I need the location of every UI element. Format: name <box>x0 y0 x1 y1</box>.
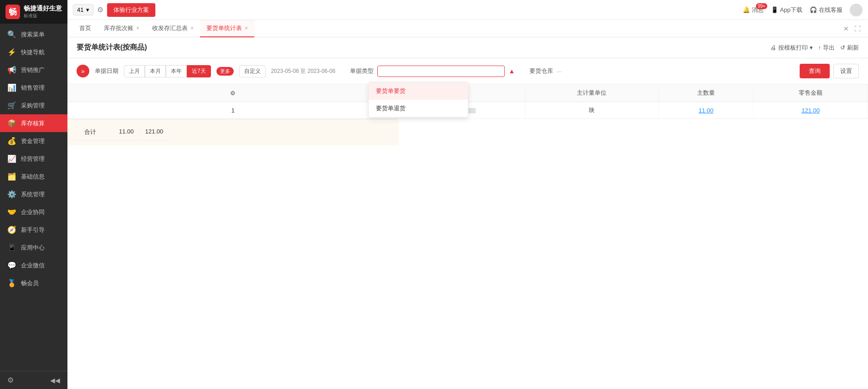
sidebar-item-guide[interactable]: 🧭新手引导 <box>0 221 67 239</box>
sidebar-item-app-center[interactable]: 📱应用中心 <box>0 239 67 256</box>
close-window-btn[interactable]: ✕ <box>842 24 851 33</box>
quick-nav-icon: ⚡ <box>7 48 16 56</box>
sidebar-item-label: 基础信息 <box>21 173 45 181</box>
row-no: 1 <box>67 102 399 119</box>
main-area: 41 ▾ ⚙ 体验行业方案 🔔 消息 99+ 📱 App下载 🎧 在线客服 <box>67 0 868 389</box>
more-period-btn[interactable]: 更多 <box>216 67 234 76</box>
period-btn-this-month[interactable]: 本月 <box>145 65 166 77</box>
sidebar-item-member[interactable]: 🏅畅会员 <box>0 274 67 292</box>
company-selector[interactable]: 41 ▾ <box>73 4 93 15</box>
sidebar-footer: ⚙ ◀◀ <box>0 371 67 389</box>
sidebar-nav-list: 🔍搜索菜单⚡快捷导航📢营销推广📊销售管理🛒采购管理📦库存核算💰资金管理📈经营管理… <box>0 24 67 371</box>
period-btn-last-month[interactable]: 上月 <box>124 65 145 77</box>
operation-icon: 📈 <box>7 154 16 163</box>
sidebar-item-base[interactable]: 🗂️基础信息 <box>0 168 67 185</box>
period-btn-this-year[interactable]: 本年 <box>166 65 187 77</box>
tab-label-order-summary: 要货单统计表 <box>206 24 242 32</box>
footer-empty-2 <box>102 124 113 141</box>
period-btn-group: 上月 本月 本年 近7天 <box>124 65 211 77</box>
collapse-icon[interactable]: ◀◀ <box>50 377 60 384</box>
dropdown-item-order-goods[interactable]: 要货单要货 <box>369 82 468 100</box>
sidebar-logo: 畅 <box>5 5 20 19</box>
sidebar-item-label: 应用中心 <box>21 244 45 252</box>
topbar-right: 🔔 消息 99+ 📱 App下载 🎧 在线客服 <box>743 4 863 16</box>
tab-home[interactable]: 首页 <box>73 20 98 37</box>
table-footer-row: 合计 11.00 121.00 <box>67 119 399 145</box>
sidebar-item-label: 快捷导航 <box>21 48 45 56</box>
sidebar-item-label: 新手引导 <box>21 226 45 234</box>
app-center-icon: 📱 <box>7 243 16 252</box>
query-btn[interactable]: 查询 <box>800 64 830 78</box>
expand-window-btn[interactable]: ⛶ <box>853 24 863 33</box>
sidebar-item-enterprise[interactable]: 🤝企业协同 <box>0 203 67 221</box>
tab-receipt-summary[interactable]: 收发存汇总表 × <box>146 20 200 37</box>
sidebar-item-label: 系统管理 <box>21 190 45 199</box>
period-btn-7days[interactable]: 近7天 <box>187 65 211 77</box>
tab-close-inventory-batch[interactable]: × <box>136 25 139 31</box>
sidebar-item-search[interactable]: 🔍搜索菜单 <box>0 26 67 43</box>
sidebar-item-label: 库存核算 <box>21 119 45 128</box>
marketing-icon: 📢 <box>7 66 16 74</box>
sidebar-brand-sub: 标准版 <box>24 13 62 19</box>
type-dropdown-arrow[interactable]: ▲ <box>508 67 515 75</box>
member-icon: 🏅 <box>7 279 16 287</box>
sidebar-brand-text: 畅捷通好生意 标准版 <box>24 5 62 19</box>
chevron-down-icon: ▾ <box>810 44 813 51</box>
col-settings[interactable]: ⚙ <box>67 84 399 102</box>
filter-expand-btn[interactable]: » <box>77 65 89 77</box>
type-input[interactable] <box>377 66 505 77</box>
sidebar-item-operation[interactable]: 📈经营管理 <box>0 150 67 168</box>
dropdown-item-order-return[interactable]: 要货单退货 <box>369 100 468 117</box>
headset-icon: 🎧 <box>810 6 817 13</box>
sidebar-brand-main: 畅捷通好生意 <box>24 5 62 13</box>
custom-period-btn[interactable]: 自定义 <box>239 65 266 77</box>
col-unit: 主计量单位 <box>525 84 658 102</box>
sidebar-item-label: 企业微信 <box>21 261 45 270</box>
sidebar-item-purchase[interactable]: 🛒采购管理 <box>0 97 67 114</box>
sidebar-item-sales[interactable]: 📊销售管理 <box>0 79 67 97</box>
row-quantity[interactable]: 11.00 <box>658 102 753 119</box>
sidebar-item-system[interactable]: ⚙️系统管理 <box>0 185 67 203</box>
footer-empty-1 <box>67 124 79 141</box>
col-amount: 零售金额 <box>754 84 868 102</box>
expand-icon: » <box>81 67 85 75</box>
wechat-icon: 💬 <box>7 261 16 270</box>
app-download-btn[interactable]: 📱 App下载 <box>771 6 802 14</box>
tab-inventory-batch[interactable]: 库存批次账 × <box>98 20 146 37</box>
topbar-settings-icon[interactable]: ⚙ <box>97 5 103 14</box>
sidebar-header: 畅 畅捷通好生意 标准版 <box>0 0 67 24</box>
finance-icon: 💰 <box>7 137 16 145</box>
export-btn[interactable]: ↑ 导出 <box>818 44 835 52</box>
row-amount[interactable]: 121.00 <box>754 102 868 119</box>
sidebar-item-label: 企业协同 <box>21 208 45 216</box>
page-header: 要货单统计表(按商品) 🖨 按模板打印 ▾ ↑ 导出 ↺ 刷新 <box>67 37 868 58</box>
type-dropdown: 要货单要货 要货单退货 <box>368 82 468 118</box>
export-icon: ↑ <box>818 44 822 51</box>
warehouse-more-icon[interactable]: ··· <box>557 68 562 75</box>
type-label: 单据类型 <box>350 67 374 75</box>
footer-quantity: 11.00 <box>113 124 140 141</box>
sidebar-item-wechat[interactable]: 💬企业微信 <box>0 256 67 274</box>
print-btn[interactable]: 🖨 按模板打印 ▾ <box>770 44 813 52</box>
sidebar-item-finance[interactable]: 💰资金管理 <box>0 132 67 150</box>
purchase-icon: 🛒 <box>7 101 16 110</box>
service-label: 在线客服 <box>819 6 842 14</box>
tab-close-order-summary[interactable]: × <box>245 25 248 31</box>
sidebar-item-marketing[interactable]: 📢营销推广 <box>0 61 67 79</box>
tab-close-receipt-summary[interactable]: × <box>190 25 194 31</box>
sidebar-item-inventory[interactable]: 📦库存核算 <box>0 114 67 132</box>
sidebar-item-label: 营销推广 <box>21 66 45 74</box>
page-title: 要货单统计表(按商品) <box>77 43 147 52</box>
tab-order-summary[interactable]: 要货单统计表 × <box>200 20 254 37</box>
online-service-btn[interactable]: 🎧 在线客服 <box>810 6 842 14</box>
settings-icon[interactable]: ⚙ <box>7 376 14 384</box>
trial-btn[interactable]: 体验行业方案 <box>107 3 155 17</box>
row-unit: 块 <box>525 102 658 119</box>
sidebar-item-quick-nav[interactable]: ⚡快捷导航 <box>0 43 67 61</box>
refresh-btn[interactable]: ↺ 刷新 <box>840 44 859 52</box>
user-avatar[interactable] <box>850 4 863 16</box>
footer-amount: 121.00 <box>140 124 169 141</box>
notify-btn[interactable]: 🔔 消息 99+ <box>743 6 764 14</box>
settings-btn[interactable]: 设置 <box>833 64 859 78</box>
sidebar-item-label: 销售管理 <box>21 84 45 92</box>
